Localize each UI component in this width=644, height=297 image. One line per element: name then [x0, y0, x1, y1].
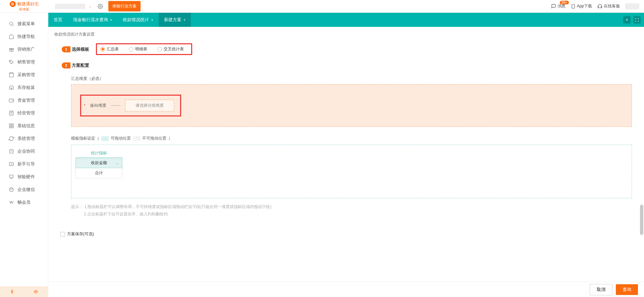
svg-point-12 [12, 100, 13, 101]
doc-icon [9, 110, 14, 116]
sidebar-item-nav[interactable]: 快捷导航 [0, 30, 48, 43]
tab-cash-flow[interactable]: 现金银行流水查询× [68, 13, 117, 27]
radio-cross[interactable]: 交叉统计表 [157, 46, 184, 52]
speaker-icon[interactable] [34, 289, 39, 294]
headset-icon [597, 4, 602, 9]
sidebar-item-label: 资金管理 [17, 97, 35, 103]
sidebar-item-search[interactable]: 搜索菜单 [0, 17, 48, 30]
chevron-down-icon[interactable]: ⌄ [116, 161, 119, 165]
checkbox-icon[interactable] [60, 232, 65, 237]
sidebar-item-label: 企业协同 [17, 148, 35, 154]
dimension-section-label: 汇总维度（必选） [71, 76, 638, 82]
dimension-box: * 纵向维度 请选择分组维度 [71, 84, 632, 127]
svg-rect-17 [12, 124, 13, 126]
sidebar-item-marketing[interactable]: 营销推广 [0, 43, 48, 56]
radio-summary[interactable]: 汇总表 [100, 46, 119, 52]
sidebar-item-system[interactable]: 系统管理 [0, 132, 48, 145]
logo-area[interactable]: b 畅捷通好生 标准版 [0, 0, 48, 13]
sidebar-item-finance[interactable]: 资金管理 [0, 94, 48, 107]
radio-detail[interactable]: 明细表 [129, 46, 147, 52]
sidebar-item-label: 搜索菜单 [17, 21, 35, 27]
sidebar-item-business[interactable]: 经营管理 [0, 107, 48, 119]
svg-rect-19 [12, 126, 13, 128]
tab-home[interactable]: 首页 [48, 13, 68, 27]
sidebar-item-label: 系统管理 [17, 136, 35, 142]
hint-1: 1.拖动标题栏可以调整布局，不可跨维度或指标区域拖动栏目字段(只能在同一维度或指… [84, 204, 271, 209]
sidebar-item-label: 营销推广 [17, 46, 35, 52]
company-name-placeholder [55, 4, 85, 9]
sidebar-item-collab[interactable]: 企业协同 [0, 145, 48, 158]
industry-solution-button[interactable]: 体验行业方案 [108, 1, 141, 11]
step-2-title: 方案配置 [72, 62, 89, 68]
gift-icon [9, 47, 14, 52]
sidebar-item-inventory[interactable]: 库存核算 [0, 81, 48, 94]
template-radios-highlight: 汇总表 明细表 交叉统计表 [96, 43, 192, 55]
logo-text: 畅捷通好生 [17, 1, 39, 7]
sidebar-item-guide[interactable]: 新新手引导 [0, 158, 48, 170]
drag-swatch-icon [101, 136, 109, 141]
cancel-button[interactable]: 取消 [590, 284, 612, 295]
sidebar: 搜索菜单 快捷导航 营销推广 销售管理 采购管理 库存核算 资金管理 经营管理 … [0, 13, 48, 297]
messages-badge: 99+ [560, 1, 569, 4]
svg-line-4 [12, 25, 13, 26]
indicator-cell-amount[interactable]: 收款金额 ⌄ [75, 158, 122, 168]
top-header: b 畅捷通好生 标准版 ⌄ 体验行业方案 消息 99+ App下载 在线客服 [0, 0, 644, 13]
sidebar-footer [0, 286, 48, 297]
dimension-selector[interactable]: 请选择分组维度 [125, 100, 174, 111]
required-star-icon: * [84, 103, 86, 108]
warehouse-icon [9, 85, 14, 90]
query-button[interactable]: 查询 [616, 284, 638, 295]
home-icon [9, 34, 14, 39]
svg-rect-18 [9, 126, 11, 128]
close-icon[interactable]: × [151, 18, 153, 22]
app-download-button[interactable]: App下载 [571, 3, 592, 9]
scrollbar-thumb[interactable] [640, 205, 643, 235]
sidebar-item-label: 畅会员 [17, 199, 31, 205]
nodrag-swatch-icon [133, 136, 140, 141]
hardware-icon [9, 174, 14, 180]
hints: 提示： 1.拖动标题栏可以调整布局，不可跨维度或指标区域拖动栏目字段(只能在同一… [71, 203, 638, 218]
tab-label: 新建方案 [164, 17, 181, 23]
close-icon[interactable]: × [183, 18, 185, 22]
indicator-section-label: 模板指标设定（ 可拖动位置 不可拖动位置 ） [71, 136, 638, 141]
connector-line [111, 105, 120, 106]
sidebar-item-basic[interactable]: 基础信息 [0, 119, 48, 132]
svg-point-27 [10, 189, 11, 189]
close-icon[interactable]: × [110, 18, 112, 22]
save-scheme-row[interactable]: 方案保存(可选) [60, 231, 638, 237]
sidebar-item-label: 基础信息 [17, 123, 35, 129]
scrollbar-track[interactable] [639, 27, 644, 282]
team-icon [9, 149, 14, 154]
indicator-cell-label: 收款金额 [91, 160, 107, 166]
pin-icon[interactable] [9, 289, 15, 294]
user-avatar[interactable] [625, 3, 639, 9]
drag-label: 可拖动位置 [111, 136, 131, 141]
tag-icon [9, 59, 14, 65]
svg-rect-20 [10, 150, 13, 153]
tab-label: 首页 [54, 17, 62, 23]
fullscreen-button[interactable] [633, 16, 641, 23]
dimension-highlight: * 纵向维度 请选择分组维度 [80, 95, 181, 116]
svg-rect-10 [11, 88, 12, 90]
company-selector[interactable]: ⌄ [55, 4, 103, 9]
gear-icon[interactable] [98, 4, 103, 9]
sidebar-item-purchase[interactable]: 采购管理 [0, 68, 48, 81]
tab-new-scheme[interactable]: 新建方案× [159, 13, 191, 27]
sidebar-item-vip[interactable]: 畅会员 [0, 196, 48, 209]
sidebar-item-sales[interactable]: 销售管理 [0, 56, 48, 68]
close-all-button[interactable]: × [623, 16, 631, 23]
step-number-1: 1 [62, 46, 70, 52]
vip-icon [9, 200, 14, 205]
svg-rect-16 [9, 124, 11, 126]
sidebar-item-wechat[interactable]: 企业微信 [0, 183, 48, 196]
messages-button[interactable]: 消息 99+ [551, 3, 566, 9]
sidebar-item-label: 智能硬件 [17, 174, 35, 180]
main: 首页 现金银行流水查询× 收款情况统计× 新建方案× × 收款情况统计方案设置 … [48, 13, 644, 297]
tabbar: 首页 现金银行流水查询× 收款情况统计× 新建方案× × [48, 13, 644, 27]
tab-collection-stats[interactable]: 收款情况统计× [117, 13, 158, 27]
sidebar-item-hardware[interactable]: 智能硬件 [0, 170, 48, 183]
radio-dot-icon [129, 47, 133, 52]
radio-label: 交叉统计表 [164, 46, 184, 52]
customer-service-button[interactable]: 在线客服 [597, 3, 620, 9]
indicator-box: 统计指标 收款金额 ⌄ 合计 [71, 145, 632, 198]
